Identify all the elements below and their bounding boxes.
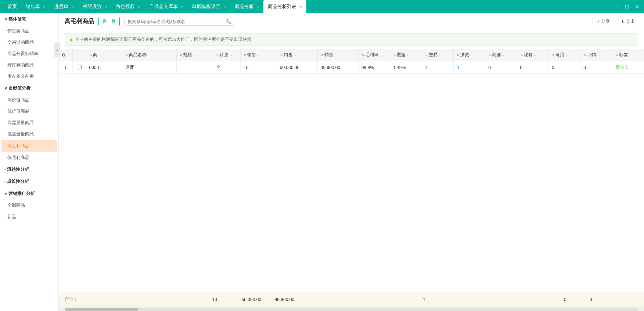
nav-item-4[interactable]: 角色授权× [111, 0, 144, 13]
nav-close-2[interactable]: × [71, 4, 73, 9]
col-header-7[interactable]: ⇅销售... [277, 49, 317, 61]
nav-item-1[interactable]: 销售单× [21, 0, 50, 13]
row-spec [177, 61, 213, 74]
sidebar-collapse-btn[interactable]: « [54, 43, 60, 57]
sidebar-group-3: ›成长性分析 [0, 176, 58, 188]
row-checkbox[interactable] [72, 61, 86, 74]
nav-item-7[interactable]: 商品分析× [230, 0, 263, 13]
share-btn[interactable]: ↗ 分享 [593, 17, 613, 26]
search-icon[interactable]: 🔍 [226, 19, 231, 24]
sidebar-item-1-5[interactable]: 低毛利商品 [0, 152, 58, 163]
footer-sales-net: 49,900.00 [272, 297, 305, 302]
search-input[interactable] [127, 19, 224, 24]
col-header-1[interactable] [72, 49, 86, 61]
filter-btn[interactable]: 近一月 [98, 17, 120, 26]
info-text: 企业的主要的利润都是这部分商品创造的，可考虑加大推广，同时关注库存是不要出现缺货 [75, 36, 251, 43]
sidebar-item-0-4[interactable]: 库存资金占用 [0, 71, 58, 82]
nav-close-1[interactable]: × [43, 4, 45, 9]
sort-icon-11: ⇅ [425, 53, 428, 57]
col-header-12[interactable]: ⇅浏览... [453, 49, 485, 61]
col-header-16[interactable]: ⇅可销... [580, 49, 612, 61]
row-saleable: 0 [580, 61, 612, 74]
sidebar-group-header-1[interactable]: ∨贡献值分析 [0, 82, 58, 94]
sidebar-item-0-3[interactable]: 有库存的商品 [0, 59, 58, 71]
col-header-8[interactable]: ⇅销售... [317, 49, 358, 61]
row-browse1-link[interactable]: 0 [457, 65, 459, 70]
share-icon: ↗ [596, 19, 600, 24]
header-actions: ↗ 分享 ⬇ 导出 [593, 17, 638, 26]
window-maximize-btn[interactable]: □ [623, 3, 630, 10]
sidebar-item-0-2[interactable]: 商品分贡献销率 [0, 48, 58, 59]
row-browse1[interactable]: 0 [453, 61, 485, 74]
col-header-4[interactable]: ⇅规格... [177, 49, 213, 61]
sort-icon-9: ⇅ [361, 53, 364, 57]
col-header-10[interactable]: ⇅覆盖... [390, 49, 422, 61]
sidebar-group-header-3[interactable]: ›成长性分析 [0, 176, 58, 188]
nav-close-7[interactable]: × [257, 4, 259, 9]
nav-item-5[interactable]: 产成品入库单× [145, 0, 187, 13]
footer-transactions: 1 [420, 297, 446, 302]
row-browse2: 0 [485, 61, 517, 74]
group-arrow-4: ∨ [4, 192, 7, 196]
nav-close-4[interactable]: × [138, 4, 140, 9]
nav-item-2[interactable]: 进货单× [50, 0, 78, 13]
row-sales-amount: 50,000.00 [277, 61, 317, 74]
sidebar-group-1: ∨贡献值分析高价值商品低价值商品高需量量商品低需量量商品高毛利商品低毛利商品 [0, 82, 58, 163]
sidebar-group-header-0[interactable]: ∨整体信息 [0, 13, 58, 25]
nav-close-8[interactable]: × [299, 4, 302, 9]
footer-saleable: 0 [587, 297, 612, 302]
sidebar-item-1-1[interactable]: 低价值商品 [0, 106, 58, 117]
sidebar-group-4: ∨营销推广分析全部商品新品 [0, 188, 58, 223]
sidebar-item-1-3[interactable]: 低需量量商品 [0, 129, 58, 140]
sidebar-group-header-2[interactable]: ›流趋性分析 [0, 163, 58, 176]
sidebar-group-header-4[interactable]: ∨营销推广分析 [0, 188, 58, 200]
col-header-15[interactable]: ⇅可用... [548, 49, 580, 61]
row-transactions: 1 [422, 61, 453, 74]
col-header-14[interactable]: ⇅现有... [517, 49, 548, 61]
sort-icon-5: ⇅ [216, 53, 219, 57]
col-header-11[interactable]: ⇅交易... [422, 49, 453, 61]
sidebar-item-1-0[interactable]: 高价值商品 [0, 94, 58, 106]
sidebar-item-1-2[interactable]: 高需量量商品 [0, 117, 58, 129]
table-row: 10000...运费个1050,000.0049,900.0099.8%1.49… [59, 61, 644, 74]
row-coverage: 1.49% [390, 61, 422, 74]
nav-item-0[interactable]: 首页 [3, 0, 21, 13]
nav-item-3[interactable]: 权限设置× [78, 0, 111, 13]
group-arrow-1: ∨ [4, 86, 7, 90]
nav-close-6[interactable]: × [223, 4, 226, 9]
sidebar-item-4-1[interactable]: 新品 [0, 211, 58, 223]
col-header-13[interactable]: ⇅浏览... [485, 49, 517, 61]
search-box: 🔍 [124, 18, 234, 26]
nav-item-6[interactable]: 单据模板设置× [187, 0, 230, 13]
col-header-6[interactable]: ⇅销售... [241, 49, 277, 61]
nav-close-3[interactable]: × [105, 4, 107, 9]
window-minimize-btn[interactable]: ─ [612, 3, 620, 10]
col-header-3[interactable]: ⇅商品名称 [122, 49, 177, 61]
sidebar-item-0-1[interactable]: 交易过的商品 [0, 37, 58, 48]
content-area: 高毛利商品 近一月 🔍 ↗ 分享 ⬇ 导出 ◆ 企业的主要的利润都是这部分商品创… [59, 13, 644, 311]
nav-item-8[interactable]: 商品分析列表× [263, 0, 306, 13]
sidebar-item-4-0[interactable]: 全部商品 [0, 200, 58, 211]
col-header-17[interactable]: ⇅标签 [612, 49, 644, 61]
sidebar-item-1-4[interactable]: 高毛利商品 [1, 140, 57, 152]
col-header-0[interactable]: ⚙ [59, 49, 72, 61]
sort-icon-17: ⇅ [615, 53, 618, 57]
row-checkbox-input[interactable] [77, 65, 82, 69]
col-header-2[interactable]: ⇅商... [86, 49, 122, 61]
table-container[interactable]: ⚙⇅商...⇅商品名称⇅规格...⇅计量...⇅销售...⇅销售...⇅销售..… [59, 49, 644, 292]
bottom-scrollbar[interactable] [59, 307, 644, 311]
export-btn[interactable]: ⬇ 导出 [618, 17, 638, 26]
row-gross-rate: 99.8% [358, 61, 390, 74]
col-header-9[interactable]: ⇅毛利率 [358, 49, 390, 61]
sort-icon-12: ⇅ [457, 53, 460, 57]
footer-available: 0 [561, 297, 587, 302]
sidebar-item-0-0[interactable]: 销售类商品 [0, 25, 58, 37]
info-icon: ◆ [69, 37, 73, 42]
col-header-5[interactable]: ⇅计量... [213, 49, 240, 61]
window-close-btn[interactable]: × [634, 3, 641, 10]
group-arrow-2: › [4, 167, 6, 171]
sidebar-group-2: ›流趋性分析 [0, 163, 58, 176]
sort-icon-10: ⇅ [393, 53, 396, 57]
row-sales-qty: 10 [241, 61, 277, 74]
nav-close-5[interactable]: × [181, 4, 183, 9]
